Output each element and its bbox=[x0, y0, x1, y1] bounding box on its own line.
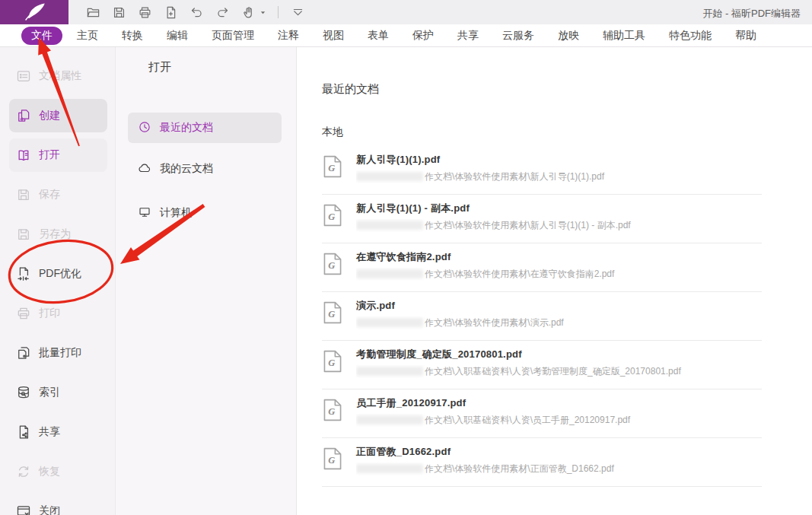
close-doc-icon bbox=[16, 504, 31, 515]
sidebar-item-label: 打开 bbox=[39, 148, 60, 162]
recent-file-item[interactable]: G 演示.pdf 作文档\体验软件使用素材\演示.pdf bbox=[322, 292, 762, 341]
sidebar-item[interactable]: 批量打印 bbox=[9, 336, 107, 370]
new-doc-icon[interactable] bbox=[163, 5, 178, 20]
menu-item[interactable]: 编辑 bbox=[167, 29, 188, 43]
sidebar-item[interactable]: 创建 bbox=[9, 99, 107, 132]
app-window: 开始 - 福昕PDF编辑器 文件 主页 转换 编辑 页面管理 注释 视图 表单 … bbox=[0, 0, 812, 515]
pdf-file-icon: G bbox=[323, 301, 342, 324]
open-panel-item-label: 我的云文档 bbox=[160, 162, 213, 176]
recent-file-item[interactable]: G 正面管教_D1662.pdf 作文档\体验软件使用素材\正面管教_D1662… bbox=[322, 438, 762, 487]
svg-text:G: G bbox=[328, 406, 335, 417]
file-path-text: 作文档\体验软件使用素材\演示.pdf bbox=[425, 317, 564, 328]
sidebar-item[interactable]: 文档属性 bbox=[9, 59, 107, 93]
pdf-file-icon: G bbox=[323, 204, 342, 227]
pdf-file-icon: G bbox=[323, 253, 342, 275]
print-icon[interactable] bbox=[137, 5, 152, 20]
redaction-blur bbox=[356, 318, 423, 327]
pdf-file-icon: G bbox=[323, 447, 342, 470]
sidebar-item[interactable]: 保存 bbox=[9, 178, 107, 211]
menu-item[interactable]: 页面管理 bbox=[212, 29, 254, 43]
doc-properties-icon bbox=[16, 68, 31, 84]
recent-documents-panel: 最近的文档 本地 G 新人引导(1)(1).pdf 作文档\体验软件使用素材\新… bbox=[297, 47, 812, 515]
redaction-blur bbox=[356, 172, 423, 181]
hand-tool-icon[interactable] bbox=[240, 5, 256, 20]
recent-file-item[interactable]: G 新人引导(1)(1) - 副本.pdf 作文档\体验软件使用素材\新人引导(… bbox=[322, 195, 762, 243]
restore-icon bbox=[16, 464, 31, 479]
recent-file-item[interactable]: G 考勤管理制度_确定版_20170801.pdf 作文档\入职基础资料\人资\… bbox=[322, 341, 762, 389]
sidebar-item[interactable]: 打开 bbox=[9, 138, 107, 172]
file-path: 作文档\体验软件使用素材\新人引导(1)(1) - 副本.pdf bbox=[356, 219, 762, 232]
app-logo[interactable] bbox=[0, 0, 68, 24]
share-doc-icon bbox=[16, 424, 31, 440]
window-title: 开始 - 福昕PDF编辑器 bbox=[702, 7, 801, 21]
collapse-toolbar-icon[interactable] bbox=[290, 5, 305, 20]
menu-item[interactable]: 特色功能 bbox=[669, 29, 712, 43]
file-path-text: 作文档\体验软件使用素材\正面管教_D1662.pdf bbox=[425, 463, 614, 474]
open-panel-item-label: 计算机 bbox=[160, 206, 192, 220]
file-name: 演示.pdf bbox=[356, 299, 762, 313]
redaction-blur bbox=[356, 269, 423, 278]
open-panel-item[interactable]: 计算机 bbox=[128, 198, 282, 228]
menu-item[interactable]: 放映 bbox=[558, 29, 579, 43]
open-panel-item[interactable]: 我的云文档 bbox=[128, 154, 282, 184]
menu-item[interactable]: 辅助工具 bbox=[603, 29, 645, 43]
computer-icon bbox=[138, 205, 151, 221]
open-panel-item[interactable]: 最近的文档 bbox=[128, 113, 282, 143]
menu-item[interactable]: 主页 bbox=[77, 29, 98, 43]
sidebar-item-label: 保存 bbox=[39, 188, 60, 202]
sidebar-item[interactable]: PDF优化 bbox=[9, 257, 107, 291]
sidebar-item-label: 打印 bbox=[39, 307, 60, 320]
sidebar-item[interactable]: 另存为 bbox=[9, 218, 107, 251]
sidebar-item-label: 共享 bbox=[39, 425, 60, 439]
file-name: 考勤管理制度_确定版_20170801.pdf bbox=[356, 348, 762, 361]
file-name: 在遵守饮食指南2.pdf bbox=[356, 250, 762, 264]
file-name: 新人引导(1)(1) - 副本.pdf bbox=[356, 202, 762, 215]
menu-bar: 文件 主页 转换 编辑 页面管理 注释 视图 表单 保护 共享 云服务 放映 辅… bbox=[0, 24, 812, 47]
file-path-text: 作文档\体验软件使用素材\在遵守饮食指南2.pdf bbox=[425, 269, 614, 279]
svg-text:G: G bbox=[328, 211, 335, 222]
file-path-text: 作文档\体验软件使用素材\新人引导(1)(1).pdf bbox=[425, 171, 604, 182]
sidebar-item[interactable]: 恢复 bbox=[9, 455, 107, 488]
recent-file-list: G 新人引导(1)(1).pdf 作文档\体验软件使用素材\新人引导(1)(1)… bbox=[322, 146, 762, 487]
create-icon bbox=[16, 108, 31, 123]
menu-item[interactable]: 注释 bbox=[278, 29, 299, 43]
sidebar-item[interactable]: 打印 bbox=[9, 297, 107, 330]
sidebar-item[interactable]: 索引 bbox=[9, 376, 107, 409]
menu-item[interactable]: 表单 bbox=[368, 29, 389, 43]
file-path: 作文档\体验软件使用素材\演示.pdf bbox=[356, 316, 762, 329]
menu-item[interactable]: 帮助 bbox=[735, 29, 756, 43]
recent-file-item[interactable]: G 新人引导(1)(1).pdf 作文档\体验软件使用素材\新人引导(1)(1)… bbox=[322, 146, 762, 195]
redaction-blur bbox=[356, 367, 423, 376]
undo-icon[interactable] bbox=[189, 5, 204, 20]
save-as-icon bbox=[16, 227, 31, 242]
svg-text:G: G bbox=[328, 455, 335, 466]
menu-item[interactable]: 共享 bbox=[457, 29, 479, 43]
menu-item[interactable]: 保护 bbox=[412, 29, 434, 43]
redaction-blur bbox=[356, 464, 423, 473]
sidebar-item[interactable]: 关闭 bbox=[9, 494, 107, 515]
menu-item[interactable]: 云服务 bbox=[502, 29, 534, 43]
svg-text:G: G bbox=[328, 358, 335, 368]
file-name: 新人引导(1)(1).pdf bbox=[356, 153, 762, 167]
sidebar-item-label: 文档属性 bbox=[39, 69, 81, 83]
sidebar-item-label: PDF优化 bbox=[39, 267, 81, 281]
open-panel-items: 最近的文档 我的云文档 计算机 bbox=[116, 47, 296, 515]
file-name: 员工手册_20120917.pdf bbox=[356, 396, 762, 410]
pdf-file-icon: G bbox=[323, 350, 342, 373]
menu-item[interactable]: 文件 bbox=[21, 27, 62, 45]
save-icon[interactable] bbox=[111, 5, 126, 20]
menu-item[interactable]: 视图 bbox=[323, 29, 344, 43]
file-path: 作文档\体验软件使用素材\在遵守饮食指南2.pdf bbox=[356, 268, 762, 281]
recent-file-item[interactable]: G 在遵守饮食指南2.pdf 作文档\体验软件使用素材\在遵守饮食指南2.pdf bbox=[322, 243, 762, 292]
caret-down-icon[interactable] bbox=[260, 5, 266, 20]
redo-icon[interactable] bbox=[215, 5, 230, 20]
open-panel: 打开 最近的文档 我的云文档 计算机 bbox=[116, 47, 297, 515]
section-label-local: 本地 bbox=[322, 126, 343, 139]
folder-open-icon[interactable] bbox=[85, 5, 100, 20]
sidebar-item[interactable]: 共享 bbox=[9, 415, 107, 449]
menu-item[interactable]: 转换 bbox=[122, 29, 143, 43]
sidebar-item-label: 关闭 bbox=[39, 504, 60, 515]
file-path-text: 作文档\入职基础资料\人资\考勤管理制度_确定版_20170801.pdf bbox=[425, 366, 681, 377]
recent-file-item[interactable]: G 员工手册_20120917.pdf 作文档\入职基础资料\人资\员工手册_2… bbox=[322, 389, 762, 438]
clock-icon bbox=[138, 120, 151, 136]
